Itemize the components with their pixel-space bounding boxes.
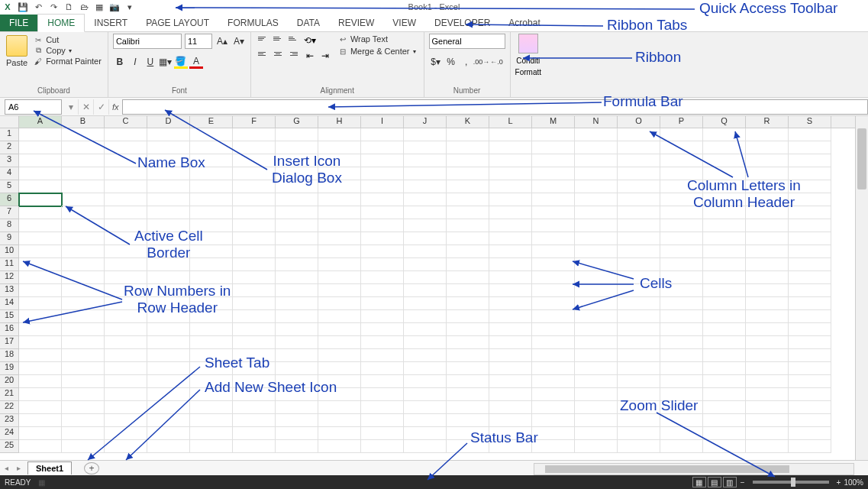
row-header[interactable]: 15	[0, 310, 19, 323]
cell[interactable]	[62, 388, 105, 401]
cell[interactable]	[190, 427, 233, 440]
cell[interactable]	[618, 284, 660, 297]
comma-icon[interactable]: ,	[460, 55, 473, 69]
cell[interactable]	[575, 440, 618, 453]
cell[interactable]	[618, 388, 660, 401]
cell[interactable]	[789, 219, 831, 232]
cell[interactable]	[147, 323, 190, 336]
normal-view-icon[interactable]: ▦	[692, 477, 706, 487]
cell[interactable]	[404, 284, 447, 297]
cell[interactable]	[147, 245, 190, 258]
cell[interactable]	[532, 440, 575, 453]
cell[interactable]	[575, 180, 618, 193]
cell[interactable]	[361, 193, 404, 206]
cell[interactable]	[190, 297, 233, 310]
row-header[interactable]: 18	[0, 349, 19, 362]
cell[interactable]	[147, 193, 190, 206]
cell[interactable]	[190, 336, 233, 349]
cell[interactable]	[190, 323, 233, 336]
cell[interactable]	[618, 362, 660, 375]
cell[interactable]	[703, 232, 746, 245]
row-header[interactable]: 16	[0, 323, 19, 336]
cell[interactable]	[147, 128, 190, 141]
cell[interactable]	[660, 427, 703, 440]
cell[interactable]	[361, 388, 404, 401]
row-header[interactable]: 20	[0, 375, 19, 388]
column-header[interactable]: D	[147, 116, 190, 128]
cell[interactable]	[233, 271, 276, 284]
cell[interactable]	[404, 193, 447, 206]
cell[interactable]	[489, 180, 532, 193]
cell[interactable]	[703, 219, 746, 232]
cell[interactable]	[318, 219, 361, 232]
column-header[interactable]: K	[447, 116, 489, 128]
cell[interactable]	[19, 427, 62, 440]
cell[interactable]	[318, 206, 361, 219]
cell[interactable]	[489, 414, 532, 427]
percent-icon[interactable]: %	[444, 55, 458, 69]
cell[interactable]	[361, 427, 404, 440]
cell[interactable]	[105, 271, 147, 284]
cell[interactable]	[532, 349, 575, 362]
cell[interactable]	[575, 323, 618, 336]
cell[interactable]	[62, 284, 105, 297]
cell[interactable]	[190, 349, 233, 362]
cell[interactable]	[618, 141, 660, 154]
cell[interactable]	[404, 401, 447, 414]
cell[interactable]	[703, 414, 746, 427]
align-bottom-icon[interactable]	[286, 34, 300, 47]
cell[interactable]	[447, 414, 489, 427]
cell[interactable]	[147, 427, 190, 440]
cell[interactable]	[746, 375, 789, 388]
cell[interactable]	[147, 440, 190, 453]
cell[interactable]	[318, 167, 361, 180]
cell[interactable]	[147, 297, 190, 310]
cell[interactable]	[19, 232, 62, 245]
cell[interactable]	[233, 310, 276, 323]
cell[interactable]	[276, 388, 318, 401]
cell[interactable]	[105, 362, 147, 375]
cell[interactable]	[532, 206, 575, 219]
cell[interactable]	[789, 375, 831, 388]
cell[interactable]	[447, 362, 489, 375]
decrease-font-icon[interactable]: A▾	[232, 34, 246, 48]
cell[interactable]	[105, 154, 147, 167]
cell[interactable]	[147, 180, 190, 193]
orientation-icon[interactable]: ⟲▾	[303, 34, 317, 47]
zoom-percent[interactable]: 100%	[844, 478, 863, 487]
cell[interactable]	[789, 336, 831, 349]
cell[interactable]	[575, 167, 618, 180]
cell[interactable]	[190, 362, 233, 375]
cell[interactable]	[746, 180, 789, 193]
cell[interactable]	[489, 349, 532, 362]
cell[interactable]	[147, 336, 190, 349]
cell[interactable]	[318, 427, 361, 440]
cell[interactable]	[19, 154, 62, 167]
cell[interactable]	[447, 154, 489, 167]
cell[interactable]	[489, 284, 532, 297]
column-header[interactable]: F	[233, 116, 276, 128]
cell[interactable]	[703, 141, 746, 154]
cell[interactable]	[62, 271, 105, 284]
cell[interactable]	[789, 388, 831, 401]
cell[interactable]	[233, 401, 276, 414]
qat-dropdown-icon[interactable]: ▾	[124, 1, 136, 13]
cell[interactable]	[660, 245, 703, 258]
cell[interactable]	[361, 414, 404, 427]
cell[interactable]	[789, 310, 831, 323]
cell[interactable]	[361, 310, 404, 323]
cell[interactable]	[660, 284, 703, 297]
cell[interactable]	[404, 206, 447, 219]
cell[interactable]	[789, 401, 831, 414]
cell[interactable]	[703, 258, 746, 271]
cell[interactable]	[746, 401, 789, 414]
cell[interactable]	[660, 193, 703, 206]
cell[interactable]	[489, 245, 532, 258]
cell[interactable]	[105, 297, 147, 310]
borders-button[interactable]: ▦▾	[159, 55, 173, 69]
cell[interactable]	[147, 258, 190, 271]
cell[interactable]	[703, 310, 746, 323]
cell[interactable]	[361, 401, 404, 414]
cell[interactable]	[276, 349, 318, 362]
cell[interactable]	[489, 141, 532, 154]
